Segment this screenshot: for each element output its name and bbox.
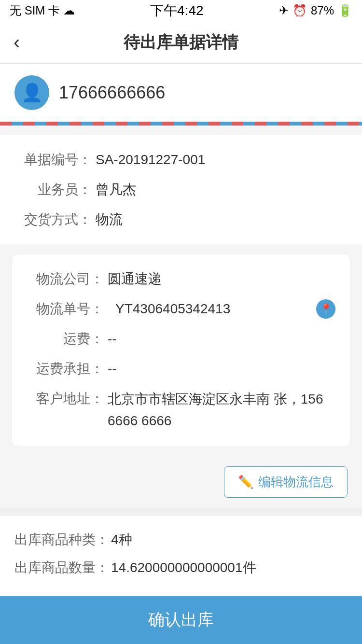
avatar: 👤: [14, 75, 49, 110]
address-row: 客户地址： 北京市市辖区海淀区永丰南 张，156 6666 6666: [27, 389, 335, 432]
order-number-value: SA-20191227-001: [96, 150, 348, 170]
delivery-row: 交货方式： 物流: [14, 210, 348, 230]
salesman-value: 曾凡杰: [96, 180, 348, 200]
order-number-row: 单据编号： SA-20191227-001: [14, 150, 348, 170]
edit-logistics-button[interactable]: ✏️ 编辑物流信息: [224, 466, 348, 498]
salesman-row: 业务员： 曾凡杰: [14, 180, 348, 200]
address-value: 北京市市辖区海淀区永丰南 张，156 6666 6666: [108, 389, 335, 432]
salesman-label: 业务员：: [14, 180, 92, 200]
goods-quantity-label: 出库商品数量：: [14, 559, 111, 577]
section-divider: [0, 507, 362, 516]
logistics-company-row: 物流公司： 圆通速递: [27, 269, 335, 289]
order-number-label: 单据编号：: [14, 150, 92, 170]
goods-quantity-value: 14.620000000000001件: [111, 559, 256, 577]
battery-level: 87%: [311, 4, 334, 17]
status-time: 下午4:42: [150, 1, 204, 20]
sim-status: 无 SIM 卡 ☁: [10, 3, 75, 18]
bottom-bar[interactable]: 确认出库: [0, 596, 362, 644]
edit-icon: ✏️: [238, 475, 253, 490]
page-title: 待出库单据详情: [124, 31, 238, 54]
pin-icon: 📍: [320, 301, 333, 317]
freight-bearer-label: 运费承担：: [27, 359, 104, 379]
goods-section: 出库商品种类： 4种 出库商品数量： 14.620000000000001件: [0, 516, 362, 596]
address-label: 客户地址：: [27, 389, 104, 409]
goods-type-label: 出库商品种类：: [14, 531, 111, 549]
status-bar: 无 SIM 卡 ☁ 下午4:42 ✈ ⏰ 87% 🔋: [0, 0, 362, 21]
confirm-btn-text: 确认出库: [148, 609, 214, 631]
back-button[interactable]: ‹: [14, 31, 20, 53]
status-left: 无 SIM 卡 ☁: [10, 3, 75, 18]
logistics-card: 物流公司： 圆通速递 物流单号： YT43064053424​13 📍 运费： …: [12, 254, 350, 447]
dashed-divider: [0, 122, 362, 126]
order-info-section: 单据编号： SA-20191227-001 业务员： 曾凡杰 交货方式： 物流: [0, 135, 362, 244]
tracking-number: YT43064053424​13: [115, 299, 308, 319]
freight-value: --: [108, 329, 335, 349]
freight-row: 运费： --: [27, 329, 335, 349]
delivery-value: 物流: [96, 210, 348, 230]
location-icon: ✈: [279, 4, 289, 17]
freight-bearer-row: 运费承担： --: [27, 359, 335, 379]
avatar-icon: 👤: [21, 83, 43, 103]
content: 👤 17666666666 单据编号： SA-20191227-001 业务员：…: [0, 64, 362, 644]
battery-icon: 🔋: [338, 4, 352, 17]
status-right: ✈ ⏰ 87% 🔋: [279, 4, 352, 17]
edit-btn-label: 编辑物流信息: [258, 474, 334, 490]
customer-header: 👤 17666666666: [0, 64, 362, 122]
freight-bearer-value: --: [108, 359, 335, 379]
tracking-row: 物流单号： YT43064053424​13 📍: [27, 299, 335, 319]
edit-btn-wrap: ✏️ 编辑物流信息: [0, 457, 362, 498]
goods-quantity-row: 出库商品数量： 14.620000000000001件: [14, 559, 348, 577]
map-location-icon[interactable]: 📍: [316, 299, 335, 319]
freight-label: 运费：: [27, 329, 104, 349]
goods-type-value: 4种: [111, 531, 132, 549]
customer-phone: 17666666666: [59, 83, 165, 103]
logistics-company-label: 物流公司：: [27, 269, 104, 289]
logistics-company-value: 圆通速递: [108, 269, 335, 289]
alarm-icon: ⏰: [292, 4, 307, 17]
tracking-label: 物流单号：: [27, 299, 104, 319]
delivery-label: 交货方式：: [14, 210, 92, 230]
goods-type-row: 出库商品种类： 4种: [14, 531, 348, 549]
nav-bar: ‹ 待出库单据详情: [0, 21, 362, 64]
